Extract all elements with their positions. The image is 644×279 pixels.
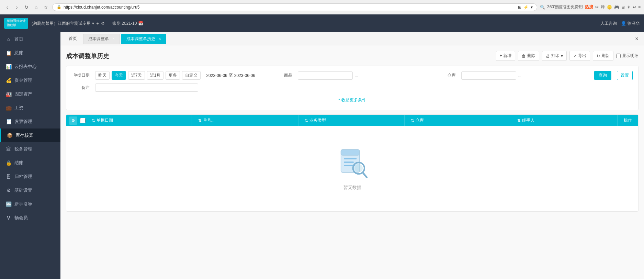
undo-icon: ↩ [633, 5, 636, 10]
sidebar-item-invoice[interactable]: 🧾 发票管理 [0, 115, 60, 129]
tab-home[interactable]: 首页 [64, 34, 82, 44]
svg-line-6 [363, 172, 367, 177]
sidebar-item-payroll[interactable]: 💼 工资 [0, 101, 60, 115]
page-actions: + 新增 🗑 删除 🖨 打印 ▾ ↗ 导出 ↻ [496, 51, 639, 61]
warehouse-dots[interactable]: ... [518, 74, 521, 78]
archive-icon: 🗄 [5, 174, 12, 179]
calendar-icon[interactable]: 📅 [138, 21, 143, 26]
svg-rect-3 [344, 161, 354, 163]
browser-grid-icon: ⊞ [518, 5, 521, 10]
grid-icon: ⊞ [621, 5, 625, 10]
date-7days-button[interactable]: 近7天 [128, 71, 145, 80]
tab-cost-adjustment-history[interactable]: 成本调整单历史 × [121, 34, 166, 44]
menu-icon: ≡ [638, 5, 641, 10]
main-container: ⌂ 首页 📋 总账 📊 云报表中心 💰 资金管理 🏭 固定资产 💼 工资 🧾 发… [0, 32, 644, 279]
date-1month-button[interactable]: 近1月 [147, 71, 164, 80]
settings-circle-icon[interactable]: ⚙ [101, 21, 105, 26]
add-company-icon[interactable]: ＋ [95, 21, 100, 26]
settings-button[interactable]: 设置 [617, 71, 633, 80]
refresh-button[interactable]: ↻ [23, 3, 30, 11]
print-dropdown-icon: ▾ [561, 54, 563, 58]
delete-button[interactable]: 🗑 删除 [518, 51, 539, 61]
tab1-close-button[interactable]: × [112, 36, 115, 41]
company-dropdown-icon[interactable]: ▾ [92, 21, 94, 26]
user-avatar[interactable]: 👤徐泽华 [621, 21, 640, 26]
sidebar-item-home[interactable]: ⌂ 首页 [0, 32, 60, 46]
payroll-icon: 💼 [5, 105, 12, 111]
new-button[interactable]: + 新增 [496, 51, 515, 61]
date-custom-button[interactable]: 自定义 [182, 71, 201, 80]
sidebar-item-settings[interactable]: ⚙ 基础设置 [0, 183, 60, 197]
browser-controls: ‹ › ↻ ⌂ ☆ [3, 3, 49, 11]
sidebar-item-reports[interactable]: 📊 云报表中心 [0, 60, 60, 74]
filter-row-date: 单据日期 昨天 今天 近7天 近1月 更多 自定义 2023-06-06 至 2… [72, 71, 633, 80]
sidebar-item-ledger[interactable]: 📋 总账 [0, 46, 60, 60]
th-warehouse[interactable]: ⇅ 仓库 [407, 115, 511, 126]
empty-state: 暂无数据 [66, 126, 638, 211]
forward-button[interactable]: › [13, 3, 21, 11]
sidebar-item-funds[interactable]: 💰 资金管理 [0, 74, 60, 87]
sidebar-item-inventory[interactable]: 📦 库存核算 [0, 129, 60, 142]
select-all-checkbox[interactable] [80, 118, 86, 123]
sort-icon-biz-type: ⇅ [305, 118, 308, 123]
app-logo: 畅捷通好会计 旗舰版 [4, 18, 28, 29]
date-yesterday-button[interactable]: 昨天 [95, 71, 110, 80]
collapse-button[interactable]: ^ 收起更多条件 [72, 95, 633, 105]
warehouse-input[interactable] [461, 71, 516, 80]
print-button[interactable]: 🖨 打印 ▾ [542, 51, 567, 61]
query-button[interactable]: 查询 [594, 71, 611, 80]
sidebar-item-closing[interactable]: 🔒 结账 [0, 156, 60, 170]
tab2-close-button[interactable]: × [159, 36, 161, 41]
page-header: 成本调整单历史 + 新增 🗑 删除 🖨 打印 ▾ ↗ 导出 [66, 51, 639, 61]
settings-icon: ⚙ [5, 188, 12, 193]
export-button[interactable]: ↗ 导出 [569, 51, 590, 61]
date-today-button[interactable]: 今天 [112, 71, 126, 80]
inventory-icon: 📦 [7, 133, 13, 138]
sidebar-item-guide[interactable]: 🆕 新手引导 [0, 197, 60, 211]
refresh-icon: ↻ [597, 54, 600, 58]
svg-point-7 [354, 164, 362, 172]
closing-icon: 🔒 [5, 160, 12, 166]
goods-input[interactable] [298, 71, 353, 80]
table-settings-button[interactable]: ⚙ [69, 116, 77, 125]
coin-icon: 🪙 [607, 5, 612, 10]
refresh-button[interactable]: ↻ 刷新 [593, 51, 613, 61]
goods-dots[interactable]: ... [355, 74, 358, 78]
svg-rect-2 [344, 158, 357, 159]
export-icon: ↗ [573, 54, 577, 58]
filter-date-group: 昨天 今天 近7天 近1月 更多 自定义 [95, 71, 201, 80]
goods-select-area: ... [298, 71, 425, 80]
scissors-icon: ✂ [595, 5, 599, 10]
th-number[interactable]: ⇅ 单号... [195, 115, 298, 126]
browser-chrome: ‹ › ↻ ⌂ ☆ 🔒 https://cloud.chanjet.com/ac… [0, 0, 644, 14]
remark-input[interactable] [95, 83, 198, 92]
sidebar-item-tax[interactable]: 🏛 税务管理 [0, 142, 60, 156]
tab-cost-adjustment[interactable]: 成本调整单 × [83, 34, 120, 44]
search-icon: 🔍 [540, 5, 545, 10]
date-filter-label: 单据日期 [72, 72, 90, 78]
svg-rect-1 [341, 149, 359, 155]
user-service-link[interactable]: 人工咨询 [600, 21, 617, 26]
date-more-button[interactable]: 更多 [166, 71, 180, 80]
empty-text: 暂无数据 [343, 185, 361, 191]
show-detail-checkbox[interactable] [616, 54, 621, 58]
th-biz-type[interactable]: ⇅ 业务类型 [301, 115, 405, 126]
goods-filter-label: 商品 [274, 72, 292, 78]
address-bar[interactable]: 🔒 https://cloud.chanjet.com/accounting/u… [52, 3, 537, 11]
home-icon: ⌂ [5, 36, 12, 42]
warehouse-filter-label: 仓库 [438, 72, 456, 78]
home-button[interactable]: ⌂ [32, 3, 40, 11]
tab-bar-close-button[interactable]: × [633, 35, 641, 43]
url-text: https://cloud.chanjet.com/accounting/uru… [64, 5, 516, 10]
sidebar-item-archive[interactable]: 🗄 归档管理 [0, 170, 60, 183]
star-button[interactable]: ☆ [42, 3, 49, 11]
filter-area: 单据日期 昨天 今天 近7天 近1月 更多 自定义 2023-06-06 至 2… [66, 66, 639, 110]
invoice-icon: 🧾 [5, 119, 12, 124]
th-date[interactable]: ⇅ 单据日期 [88, 115, 192, 126]
reports-icon: 📊 [5, 64, 12, 69]
sidebar-item-assets[interactable]: 🏭 固定资产 [0, 87, 60, 101]
th-handler[interactable]: ⇅ 经手人 [514, 115, 618, 126]
sidebar-item-member[interactable]: V 畅会员 [0, 211, 60, 225]
app-header: 畅捷通好会计 旗舰版 (勿删勿禁用）江西服宝测试专用 ▾ ＋ ⚙ 账期 2021… [0, 14, 644, 32]
back-button[interactable]: ‹ [3, 3, 11, 11]
